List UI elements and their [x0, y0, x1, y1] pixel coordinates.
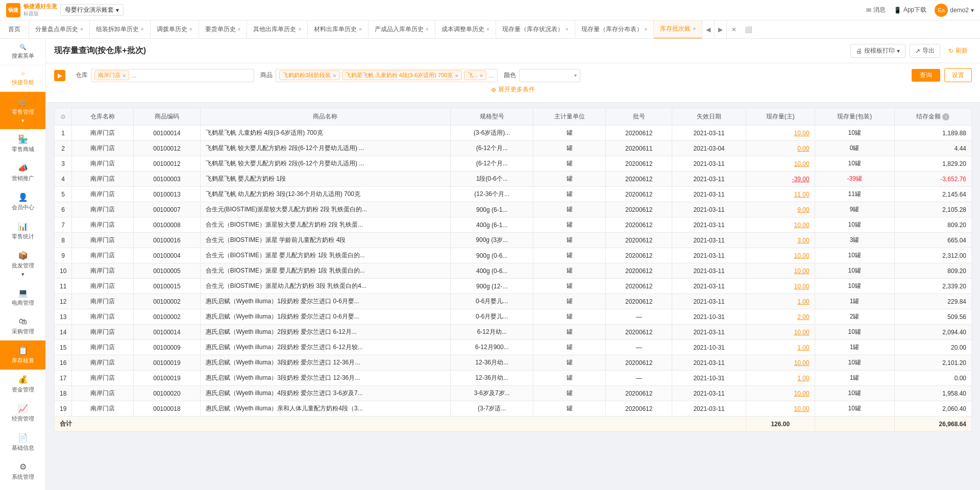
close-icon[interactable]: ×: [426, 27, 429, 32]
sidebar-item-marketing[interactable]: 📣 营销推广: [0, 158, 45, 187]
row-qty-main[interactable]: 10.00: [746, 279, 815, 294]
close-icon[interactable]: ×: [693, 26, 696, 32]
row-code: 00100019: [134, 371, 200, 386]
sidebar-item-system[interactable]: ⚙ 系统管理: [0, 457, 45, 486]
tab-chanpin[interactable]: 产成品入库单历史 ×: [369, 20, 435, 39]
close-icon[interactable]: ×: [298, 27, 301, 32]
row-qty-main[interactable]: 0.00: [746, 141, 815, 156]
row-batch: 20200612: [606, 187, 672, 202]
tab-yaohuo[interactable]: 要货单历史 ×: [199, 20, 248, 39]
tab-kucun-pipici[interactable]: 库存批次账 ×: [654, 20, 702, 39]
query-btn[interactable]: 查询: [912, 69, 940, 82]
row-qty-main[interactable]: 10.00: [746, 325, 815, 340]
close-icon[interactable]: ×: [80, 27, 83, 32]
sidebar-item-retail[interactable]: 🛒 零售管理 ▾: [0, 92, 45, 129]
top-right-area: ✉ 消息 📱 App下载 Ea demo2 ▾: [866, 4, 974, 17]
row-num: 18: [55, 386, 72, 401]
tab-qita[interactable]: 其他出库单历史 ×: [247, 20, 308, 39]
row-unit: 罐: [533, 401, 606, 416]
export-btn[interactable]: ↗ 导出: [910, 44, 940, 58]
sidebar-item-mall[interactable]: 🏪 零售商城: [0, 129, 45, 158]
row-qty-main[interactable]: 10.00: [746, 355, 815, 371]
row-amount: 1,958.40: [894, 386, 971, 401]
refresh-btn[interactable]: ↻ 刷新: [944, 44, 972, 57]
product-tag0-del[interactable]: ×: [333, 72, 336, 79]
row-qty-main[interactable]: 10.00: [746, 156, 815, 172]
tab-prev-btn[interactable]: ◀: [702, 20, 715, 39]
close-icon[interactable]: ×: [566, 27, 569, 32]
sidebar-item-wholesale[interactable]: 📦 批发管理 ▾: [0, 246, 45, 283]
sidebar-item-finance[interactable]: 💰 资金管理: [0, 370, 45, 399]
product-tag1-del[interactable]: ×: [455, 72, 458, 79]
close-icon[interactable]: ×: [486, 27, 489, 32]
row-num: 12: [55, 294, 72, 309]
close-icon[interactable]: ×: [359, 27, 362, 32]
row-qty-main[interactable]: 1.00: [746, 294, 815, 309]
user-area[interactable]: Ea demo2 ▾: [935, 4, 974, 17]
sidebar-item-purchase[interactable]: 🛍 采购管理: [0, 312, 45, 340]
color-input[interactable]: ▾: [519, 69, 580, 82]
sidebar-item-basic-info[interactable]: 📄 基础信息: [0, 428, 45, 457]
row-qty-main[interactable]: -39.00: [746, 172, 815, 187]
row-amount: 509.56: [894, 309, 971, 325]
settings-btn[interactable]: 设置: [944, 68, 972, 82]
row-qty-main[interactable]: 1.00: [746, 371, 815, 386]
sidebar-item-inventory[interactable]: 📋 库存核算: [0, 340, 45, 370]
th-gear[interactable]: ⚙: [55, 108, 72, 126]
expand-btn[interactable]: ⊕ 展开更多条件: [491, 82, 535, 97]
sidebar-item-collab[interactable]: 🤝 企业协同: [0, 486, 45, 490]
tab-cailiao[interactable]: 材料出库单历史 ×: [308, 20, 369, 39]
sidebar-nav[interactable]: ☆ 快捷导航: [0, 65, 45, 92]
toggle-arrow[interactable]: ▶: [54, 70, 65, 81]
row-qty-main[interactable]: 10.00: [746, 248, 815, 263]
tab-home[interactable]: 首页: [0, 20, 29, 39]
row-qty-main[interactable]: 10.00: [746, 263, 815, 279]
close-icon[interactable]: ×: [141, 27, 144, 32]
close-icon[interactable]: ×: [238, 27, 241, 32]
warehouse-input[interactable]: 南岸门店 × ...: [91, 69, 254, 82]
row-amount: 4.44: [894, 141, 971, 156]
sidebar-item-member[interactable]: 👤 会员中心: [0, 187, 45, 216]
tab-chengben[interactable]: 成本调整单历史 ×: [435, 20, 496, 39]
tab-maximize-btn[interactable]: ⬜: [741, 20, 755, 39]
sidebar-item-ecommerce[interactable]: 💻 电商管理: [0, 283, 45, 312]
amount-info-icon[interactable]: i: [942, 113, 949, 120]
row-name: 惠氏启赋（Wyeth illuma）2段奶粉 爱尔兰进口 6-12月较...: [200, 340, 451, 355]
tab-next-btn[interactable]: ▶: [715, 20, 727, 39]
row-qty-main[interactable]: 10.00: [746, 401, 815, 416]
warehouse-more[interactable]: ...: [131, 72, 136, 79]
row-qty-main[interactable]: 2.00: [746, 309, 815, 325]
row-qty-main[interactable]: 3.00: [746, 233, 815, 248]
th-warehouse: 仓库名称: [72, 108, 134, 126]
print-btn[interactable]: 🖨 按模板打印 ▾: [850, 44, 905, 58]
tab-close-all-btn[interactable]: ✕: [727, 20, 741, 39]
tab-xiancun-fenbu[interactable]: 现存量（库存分布表） ×: [575, 20, 654, 39]
sidebar-search[interactable]: 🔍 搜索英单: [0, 39, 45, 65]
tab-diaopei[interactable]: 调拨单历史 ×: [151, 20, 199, 39]
row-amount: 2,312.00: [894, 248, 971, 263]
message-btn[interactable]: ✉ 消息: [866, 6, 886, 14]
row-name: 惠氏启赋（Wyeth illuma）1段奶粉 爱尔兰进口 0-6月婴...: [200, 294, 451, 309]
row-qty-main[interactable]: 10.00: [746, 217, 815, 233]
close-icon[interactable]: ×: [189, 27, 192, 32]
tab-xiancun-kucun[interactable]: 现存量（库存状况表） ×: [496, 20, 575, 39]
product-input[interactable]: 飞鹤奶粉3段阶段装 × 飞鹤星飞帆 儿童奶粉 4段(3-6岁适用) 700克 ×…: [276, 69, 498, 82]
color-field: 颜色 ▾: [504, 69, 580, 82]
row-code: 00100015: [134, 279, 200, 294]
product-more[interactable]: ...: [488, 72, 494, 79]
sidebar-item-business[interactable]: 📈 经营管理: [0, 399, 45, 428]
sidebar-item-retail-stats[interactable]: 📊 零售统计: [0, 216, 45, 246]
close-icon[interactable]: ×: [645, 27, 648, 32]
app-download-btn[interactable]: 📱 App下载: [894, 6, 926, 14]
row-name: 惠氏启赋（Wyeth illuma）3段奶粉 爱尔兰进口 12-36月...: [200, 371, 451, 386]
row-qty-main[interactable]: 10.00: [746, 126, 815, 141]
warehouse-tag-del[interactable]: ×: [122, 72, 126, 79]
tab-fenliang[interactable]: 分量盘点单历史 ×: [29, 20, 90, 39]
row-qty-main[interactable]: 11.00: [746, 187, 815, 202]
org-selector[interactable]: 母婴行业演示账套 ▾: [60, 4, 124, 16]
tab-zuzhang[interactable]: 组装拆卸单历史 ×: [90, 20, 151, 39]
row-qty-main[interactable]: 10.00: [746, 386, 815, 401]
row-qty-main[interactable]: 1.00: [746, 340, 815, 355]
product-tag2-del[interactable]: ×: [480, 72, 483, 79]
row-qty-main[interactable]: 9.00: [746, 202, 815, 217]
